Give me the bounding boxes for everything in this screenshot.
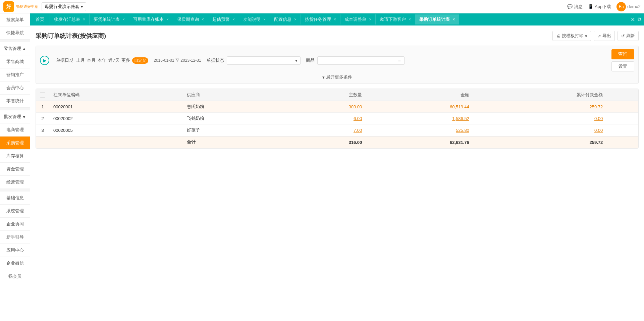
filter-toggle-button[interactable]: ▶ [40,56,49,65]
shortcut-last-month[interactable]: 上月 [76,57,85,63]
row-amount[interactable]: 60,519.44 [366,101,473,113]
tab-purchase-summary[interactable]: 采购订单统计表 × [415,14,459,24]
shortcut-this-month[interactable]: 本月 [87,57,96,63]
tab-expiry-query-close[interactable]: × [202,17,204,22]
sidebar-item-appcenter[interactable]: 应用中心 [0,244,30,257]
top-bar-right: 💬 消息 📱 App下载 Ea demo2 [567,2,641,11]
header-checkbox[interactable] [40,92,45,98]
sidebar-item-members[interactable]: 会员中心 [0,82,30,95]
goods-input[interactable]: ··· [317,56,405,65]
refresh-button[interactable]: ↺ 刷新 [618,31,639,41]
tab-invite-downstream-close[interactable]: × [409,17,411,22]
logo-area: 好 畅捷通好生意 [3,1,38,12]
tab-pick-tasks[interactable]: 拣货任务管理 × [301,14,340,24]
footer-extra [607,136,638,148]
template-print-button[interactable]: 🖨 按模板打印 ▾ [552,31,591,41]
footer-amount: 62,631.76 [366,136,473,148]
expand-more-label: 展开更多条件 [326,74,352,80]
row-extra [607,101,638,113]
tab-pick-tasks-close[interactable]: × [334,17,336,22]
shortcut-7days[interactable]: 近7天 [108,57,119,63]
footer-qty: 316.00 [282,136,366,148]
sidebar-item-retail[interactable]: 零售管理 ▲ [0,42,30,55]
sidebar-item-wholesale[interactable]: 批发管理 ▼ [0,110,30,123]
tab-config-label: 配置信息 [274,16,291,22]
filter-area: ▶ 单据日期 上月 本月 本年 近7天 更多 自定义 [36,46,639,84]
search-button[interactable]: 查询 [611,49,634,59]
tab-overstock-close[interactable]: × [232,17,235,22]
tab-window-button[interactable]: ⧉ [638,16,641,22]
sidebar-item-purchase[interactable]: 采购管理 [0,137,30,150]
sidebar-item-retail-stats[interactable]: 零售统计 [0,95,30,108]
row-paid[interactable]: 0.00 [473,124,607,137]
tab-home[interactable]: 首页 [30,14,50,24]
tab-config-close[interactable]: × [294,17,297,22]
tab-expiry-query[interactable]: 保质期查询 × [173,14,208,24]
tab-overstock[interactable]: 超储预警 × [208,14,239,24]
tab-invite-downstream[interactable]: 邀请下游客户 × [376,14,415,24]
sidebar-item-shortcuts[interactable]: 快捷导航 [0,26,30,40]
filter-actions: 查询 设置 [611,49,634,71]
tab-collect-summary-close[interactable]: × [83,17,85,22]
workspace-selector[interactable]: 母婴行业演示账套 ▾ [42,2,86,11]
row-qty[interactable]: 303.00 [282,101,366,113]
sidebar-item-ecommerce[interactable]: 电商管理 [0,123,30,137]
tab-order-stats-close[interactable]: × [122,17,125,22]
tab-function-desc[interactable]: 功能说明 × [239,14,270,24]
row-supplier: 好孩子 [183,124,282,137]
sidebar-item-basic[interactable]: 基础信息 [0,192,30,205]
row-qty[interactable]: 7.00 [282,124,366,137]
app-download-button[interactable]: 📱 App下载 [588,4,611,10]
sidebar-separator-2 [0,108,30,110]
tab-order-stats[interactable]: 要货单统计表 × [90,14,129,24]
main-layout: 搜索菜单 快捷导航 零售管理 ▲ 零售商城 营销推广 会员中心 零售统计 批发管… [0,13,644,321]
sidebar-item-retail-shop[interactable]: 零售商城 [0,55,30,68]
page-header-actions: 🖨 按模板打印 ▾ ↗ 导出 ↺ 刷新 [552,31,639,41]
tab-cost-adjust-close[interactable]: × [369,17,371,22]
footer-empty-2 [49,136,183,148]
user-area[interactable]: Ea demo2 [616,2,641,11]
sidebar-item-wechat[interactable]: 企业微信 [0,257,30,270]
row-amount[interactable]: 525.80 [366,124,473,137]
sidebar-item-collab[interactable]: 企业协同 [0,218,30,231]
expand-more-button[interactable]: ▾ 展开更多条件 [40,74,634,80]
settings-button[interactable]: 设置 [611,61,634,71]
tab-close-all-button[interactable]: ✕ [631,16,635,23]
col-checkbox [36,89,49,101]
row-paid[interactable]: 0.00 [473,113,607,124]
export-button[interactable]: ↗ 导出 [594,31,615,41]
date-range-value: 2016-01-01 至 2023-12-31 [154,58,201,63]
page-title: 采购订单统计表(按供应商) [36,32,106,40]
sidebar-item-inventory[interactable]: 库存核算 [0,150,30,163]
tab-config[interactable]: 配置信息 × [270,14,301,24]
row-paid[interactable]: 259.72 [473,101,607,113]
sidebar-separator [0,40,30,42]
tab-cost-adjust[interactable]: 成本调整单 × [340,14,376,24]
shortcut-this-year[interactable]: 本年 [98,57,106,63]
custom-date-badge[interactable]: 自定义 [132,57,148,64]
filter-row-1: ▶ 单据日期 上月 本月 本年 近7天 更多 自定义 [40,49,634,71]
tab-inventory-book[interactable]: 可用量库存账本 × [129,14,173,24]
row-qty[interactable]: 6.00 [282,113,366,124]
status-select[interactable]: ▾ [227,56,301,65]
sidebar-item-finance[interactable]: 资金管理 [0,163,30,176]
row-amount[interactable]: 1,586.52 [366,113,473,124]
sidebar-item-vip[interactable]: 畅会员 [0,270,30,283]
printer-icon: 🖨 [556,34,560,39]
message-button[interactable]: 💬 消息 [567,4,583,10]
tab-function-desc-close[interactable]: × [263,17,266,22]
col-amount: 金额 [366,89,473,101]
sidebar-item-ops[interactable]: 经营管理 [0,176,30,189]
shortcut-more[interactable]: 更多 [121,57,130,63]
sidebar-item-newguide[interactable]: 新手引导 [0,231,30,244]
filter-goods-item: 商品 ··· [306,56,405,65]
tab-collect-summary[interactable]: 收发存汇总表 × [50,14,90,24]
export-label: 导出 [602,33,611,39]
sidebar-item-search[interactable]: 搜索菜单 [0,13,30,26]
sidebar-item-marketing[interactable]: 营销推广 [0,68,30,82]
tab-inventory-book-close[interactable]: × [166,17,169,22]
tab-purchase-summary-close[interactable]: × [452,17,455,22]
workspace-label: 母婴行业演示账套 [45,4,79,10]
sidebar-item-system[interactable]: 系统管理 [0,205,30,218]
chevron-up-icon: ▲ [22,46,26,51]
